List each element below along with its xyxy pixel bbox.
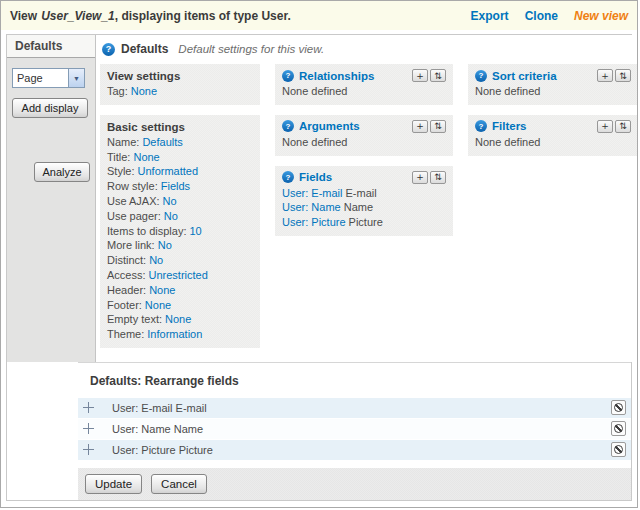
rearrange-sorts-button[interactable]: ⇅ — [615, 69, 631, 82]
new-view-link[interactable]: New view — [574, 9, 628, 23]
display-type-value: Page — [13, 72, 68, 84]
setting-value-link[interactable]: Defaults — [142, 136, 182, 148]
filters-box: ? Filters + ⇅ None defined — [468, 115, 638, 156]
setting-row: Theme:Information — [107, 327, 253, 342]
fields-box: ? Fields + ⇅ User: E-mailE-mail User: Na… — [275, 166, 453, 236]
field-item: User: E-mailE-mail — [282, 186, 446, 201]
sidebar-controls: Page ▼ Add display Analyze — [7, 58, 95, 192]
setting-row: Empty text:None — [107, 312, 253, 327]
arguments-title-link[interactable]: Arguments — [299, 120, 360, 132]
fields-buttons: + ⇅ — [412, 171, 446, 184]
field-link[interactable]: User: Name — [282, 201, 341, 213]
remove-field-button[interactable] — [611, 421, 626, 436]
setting-label: Style: — [107, 165, 135, 177]
rearrange-row: User: E-mail E-mail — [78, 398, 631, 419]
display-settings-panel: ? Defaults Default settings for this vie… — [96, 35, 638, 362]
sort-criteria-title-link[interactable]: Sort criteria — [492, 70, 557, 82]
setting-value-link[interactable]: None — [133, 151, 159, 163]
fields-title-link[interactable]: Fields — [299, 171, 332, 183]
rearrange-fields-form: Defaults: Rearrange fields User: E-mail … — [78, 362, 631, 500]
export-link[interactable]: Export — [471, 9, 509, 23]
setting-row: More link:No — [107, 238, 253, 253]
sort-criteria-box: ? Sort criteria + ⇅ None defined — [468, 64, 638, 105]
remove-field-button[interactable] — [611, 400, 626, 415]
rearrange-table: User: E-mail E-mail User: Name Name User… — [78, 398, 631, 461]
setting-row: Access:Unrestricted — [107, 268, 253, 283]
view-name: User_View_1 — [41, 9, 115, 23]
tab-defaults[interactable]: Defaults — [7, 35, 95, 58]
add-sort-button[interactable]: + — [597, 69, 613, 82]
help-icon[interactable]: ? — [282, 120, 294, 132]
setting-row: Title:None — [107, 150, 253, 165]
setting-label: Use pager: — [107, 210, 161, 222]
setting-label: Header: — [107, 284, 146, 296]
filters-empty-text: None defined — [475, 135, 631, 150]
rearrange-relationships-button[interactable]: ⇅ — [430, 69, 446, 82]
setting-value-link[interactable]: 10 — [189, 225, 201, 237]
setting-value-link[interactable]: Information — [147, 328, 202, 340]
help-icon[interactable]: ? — [475, 120, 487, 132]
arguments-box: ? Arguments + ⇅ None defined — [275, 115, 453, 156]
rearrange-arguments-button[interactable]: ⇅ — [430, 120, 446, 133]
view-title-suffix: , displaying items of type User. — [115, 9, 291, 23]
page: ViewUser_View_1, displaying items of typ… — [0, 0, 638, 508]
setting-value-link[interactable]: Unformatted — [138, 165, 199, 177]
view-actions: Export Clone New view — [471, 9, 628, 23]
display-workspace: Defaults Page ▼ Add display Analyze ? De… — [7, 35, 631, 362]
setting-label: More link: — [107, 239, 155, 251]
cancel-button[interactable]: Cancel — [151, 474, 207, 494]
help-icon[interactable]: ? — [282, 171, 294, 183]
help-icon[interactable]: ? — [282, 70, 294, 82]
rearrange-fields-button[interactable]: ⇅ — [430, 171, 446, 184]
update-button[interactable]: Update — [85, 474, 142, 494]
setting-value-link[interactable]: Fields — [161, 180, 190, 192]
rearrange-filters-button[interactable]: ⇅ — [615, 120, 631, 133]
sort-criteria-buttons: + ⇅ — [597, 69, 631, 82]
drag-handle-icon[interactable] — [83, 402, 94, 413]
setting-label: Theme: — [107, 328, 144, 340]
setting-label: Use AJAX: — [107, 195, 160, 207]
field-link[interactable]: User: E-mail — [282, 187, 343, 199]
setting-value-link[interactable]: No — [149, 254, 163, 266]
setting-value-link[interactable]: None — [145, 299, 171, 311]
arguments-buttons: + ⇅ — [412, 120, 446, 133]
add-display-button[interactable]: Add display — [12, 98, 88, 118]
setting-value-link[interactable]: None — [165, 313, 191, 325]
setting-label: Footer: — [107, 299, 142, 311]
setting-value-link[interactable]: No — [158, 239, 172, 251]
setting-label: Access: — [107, 269, 146, 281]
remove-field-button[interactable] — [611, 442, 626, 457]
setting-row: Style:Unformatted — [107, 164, 253, 179]
setting-value-link[interactable]: Unrestricted — [149, 269, 208, 281]
form-actions: Update Cancel — [78, 468, 631, 500]
display-type-select[interactable]: Page ▼ — [12, 68, 85, 88]
drag-handle-icon[interactable] — [83, 423, 94, 434]
arguments-empty-text: None defined — [282, 135, 446, 150]
setting-row: Name:Defaults — [107, 135, 253, 150]
add-relationship-button[interactable]: + — [412, 69, 428, 82]
drag-handle-icon[interactable] — [83, 444, 94, 455]
relationships-title-link[interactable]: Relationships — [299, 70, 374, 82]
rearrange-title: Defaults: Rearrange fields — [90, 374, 631, 388]
field-suffix: Picture — [349, 216, 383, 228]
filters-title-link[interactable]: Filters — [492, 120, 527, 132]
add-argument-button[interactable]: + — [412, 120, 428, 133]
clone-link[interactable]: Clone — [525, 9, 558, 23]
rearrange-row-label: User: Picture Picture — [112, 444, 611, 456]
rearrange-row: User: Picture Picture — [78, 440, 631, 461]
setting-value-link[interactable]: None — [131, 85, 157, 97]
remove-icon — [614, 445, 623, 454]
analyze-button[interactable]: Analyze — [34, 162, 90, 182]
help-icon[interactable]: ? — [475, 70, 487, 82]
settings-columns: View settings Tag:None Basic settings Na… — [100, 64, 638, 358]
setting-value-link[interactable]: None — [149, 284, 175, 296]
view-title-bar: ViewUser_View_1, displaying items of typ… — [1, 1, 637, 30]
setting-label: Items to display: — [107, 225, 186, 237]
field-link[interactable]: User: Picture — [282, 216, 346, 228]
add-field-button[interactable]: + — [412, 171, 428, 184]
add-filter-button[interactable]: + — [597, 120, 613, 133]
filters-header: ? Filters + ⇅ — [475, 120, 631, 133]
setting-value-link[interactable]: No — [163, 195, 177, 207]
setting-value-link[interactable]: No — [164, 210, 178, 222]
help-icon[interactable]: ? — [102, 43, 115, 56]
